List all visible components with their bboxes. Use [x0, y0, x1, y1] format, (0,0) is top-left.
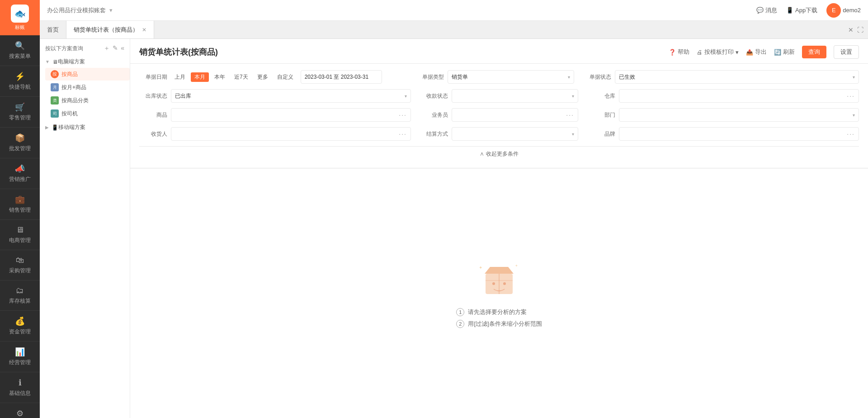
edit-scheme-button[interactable]: ✎ [113, 44, 118, 52]
by-goods-label: 按商品 [61, 71, 78, 78]
pc-group-icon: 🖥 [52, 59, 58, 65]
refresh-button[interactable]: 🔄 刷新 [774, 48, 795, 56]
user-initial: E [832, 7, 836, 14]
query-button[interactable]: 查询 [802, 46, 826, 58]
staff-field[interactable]: ··· [452, 108, 578, 122]
recv-field[interactable]: ▾ [452, 89, 578, 103]
tab-home[interactable]: 首页 [40, 21, 66, 38]
step-2-num: 2 [456, 320, 464, 328]
sidebar-item-retail[interactable]: 🛒 零售管理 [0, 97, 40, 128]
retail-icon: 🛒 [15, 102, 25, 112]
date-btn-custom[interactable]: 自定义 [274, 72, 297, 82]
step-2-text: 用[过滤]条件来缩小分析范围 [468, 320, 542, 328]
collapse-panel-button[interactable]: « [121, 44, 124, 52]
out-label: 出库状态 [139, 92, 171, 100]
goods-dots: ··· [399, 111, 407, 119]
mobile-group-icon: 📱 [52, 124, 58, 131]
sidebar-item-label: 基础信息 [9, 390, 31, 397]
mobile-toggle-icon: ▶ [45, 125, 49, 130]
sidebar-logo[interactable]: 🐟 标账 [0, 0, 40, 35]
sidebar-item-inventory[interactable]: 🗂 库存核算 [0, 280, 40, 311]
type-field[interactable]: 销货单 ▾ [448, 70, 574, 84]
filter-row-3: 商品 ··· 业务员 ··· 部门 ▾ [139, 108, 859, 122]
collapse-label: ∧ 收起更多条件 [480, 150, 518, 158]
sidebar-item-sales[interactable]: 💼 销售管理 [0, 189, 40, 220]
tab-maximize-button[interactable]: ⛶ [857, 26, 863, 33]
by-goods-icon: 按 [51, 70, 59, 78]
staff-label: 业务员 [420, 111, 452, 119]
out-field[interactable]: 已出库 ▾ [171, 89, 411, 103]
sidebar-item-purchase[interactable]: 🛍 采购管理 [0, 250, 40, 280]
sidebar-item-shortcut[interactable]: ⚡ 快捷导航 [0, 66, 40, 97]
svg-point-4 [492, 282, 495, 285]
main-area: 办公用品行业模拟账套 ▾ 💬 消息 📱 App下载 E demo2 首页 [40, 0, 868, 418]
wholesale-icon: 📦 [15, 133, 25, 143]
message-button[interactable]: 💬 消息 [756, 6, 777, 14]
date-btn-thisyear[interactable]: 本年 [211, 72, 229, 82]
tree-group-mobile-header[interactable]: ▶ 📱 移动端方案 [40, 122, 130, 133]
message-icon: 💬 [756, 7, 764, 14]
sidebar-item-label: 电商管理 [9, 237, 31, 244]
sidebar: 🐟 标账 🔍 搜索菜单 ⚡ 快捷导航 🛒 零售管理 📦 批发管理 📣 营销推广 … [0, 0, 40, 418]
print-button[interactable]: 🖨 按模板打印 ▾ [697, 48, 739, 56]
sidebar-item-basic[interactable]: ℹ 基础信息 [0, 372, 40, 403]
warehouse-field[interactable]: ··· [619, 89, 859, 103]
settle-field[interactable]: ▾ [452, 127, 578, 141]
export-button[interactable]: 📤 导出 [746, 48, 767, 56]
sidebar-item-search[interactable]: 🔍 搜索菜单 [0, 35, 40, 66]
date-range-input[interactable]: 2023-03-01 至 2023-03-31 [301, 70, 382, 84]
query-label: 查询 [808, 48, 820, 56]
date-btn-7days[interactable]: 近7天 [231, 72, 252, 82]
sidebar-item-system[interactable]: ⚙ 系统管理 [0, 403, 40, 418]
collapse-conditions-button[interactable]: ∧ 收起更多条件 [139, 146, 859, 162]
right-panel: 销货单统计表(按商品) ❓ 帮助 🖨 按模板打印 ▾ 📤 导出 [130, 39, 868, 418]
scheme-by-month-goods[interactable]: 月 按月+商品 [45, 81, 130, 94]
date-btn-lastmonth[interactable]: 上月 [171, 72, 189, 82]
dept-field[interactable]: ▾ [619, 108, 859, 122]
tab-close-all-button[interactable]: ✕ [848, 26, 854, 33]
recipient-field[interactable]: ··· [171, 127, 411, 141]
add-scheme-button[interactable]: ＋ [104, 44, 110, 52]
tab-close-button[interactable]: ✕ [142, 27, 146, 33]
tab-sales-stat[interactable]: 销货单统计表（按商品） ✕ [66, 21, 154, 38]
print-label: 按模板打印 [704, 48, 734, 56]
user-menu[interactable]: E demo2 [826, 3, 861, 18]
panel-header-label: 按以下方案查询 [45, 45, 83, 52]
app-download-button[interactable]: 📱 App下载 [786, 6, 817, 14]
sidebar-item-label: 经营管理 [9, 359, 31, 366]
warehouse-dots: ··· [847, 92, 855, 100]
help-button[interactable]: ❓ 帮助 [669, 48, 689, 56]
pc-children: 按 按商品 月 按月+商品 类 按商品分类 司 按司机 [40, 68, 130, 120]
sidebar-item-label: 库存核算 [9, 297, 31, 305]
sidebar-item-label: 批发管理 [9, 145, 31, 152]
filter-row-4: 收货人 ··· 结算方式 ▾ 品牌 ··· [139, 127, 859, 141]
pc-toggle-icon: ▼ [45, 59, 50, 64]
scheme-by-goods[interactable]: 按 按商品 [45, 68, 130, 81]
logo-text: 标账 [15, 24, 25, 31]
date-btn-more[interactable]: 更多 [254, 72, 272, 82]
sidebar-item-finance[interactable]: 💰 资金管理 [0, 311, 40, 342]
status-field[interactable]: 已生效 ▾ [615, 70, 859, 84]
scheme-by-category[interactable]: 类 按商品分类 [45, 94, 130, 107]
tree-group-pc-header[interactable]: ▼ 🖥 电脑端方案 [40, 56, 130, 67]
industry-caret[interactable]: ▾ [109, 7, 113, 14]
date-btn-thismonth[interactable]: 本月 [191, 72, 209, 82]
page-actions: ❓ 帮助 🖨 按模板打印 ▾ 📤 导出 🔄 刷新 [669, 45, 859, 59]
recv-label: 收款状态 [420, 92, 452, 100]
sidebar-item-ecom[interactable]: 🖥 电商管理 [0, 220, 40, 250]
staff-dots: ··· [566, 111, 574, 119]
tree-group-pc: ▼ 🖥 电脑端方案 按 按商品 月 按月+商品 类 按商品分类 [40, 56, 130, 120]
svg-text:✦: ✦ [515, 264, 518, 268]
sidebar-item-wholesale[interactable]: 📦 批发管理 [0, 128, 40, 158]
scheme-by-driver[interactable]: 司 按司机 [45, 107, 130, 120]
goods-field[interactable]: ··· [171, 108, 411, 122]
logo-icon: 🐟 [11, 5, 29, 23]
top-header-right: 💬 消息 📱 App下载 E demo2 [756, 3, 861, 18]
settle-label: 结算方式 [420, 130, 452, 138]
download-icon: 📱 [786, 7, 793, 14]
out-value: 已出库 [175, 92, 405, 100]
brand-field[interactable]: ··· [619, 127, 859, 141]
sidebar-item-marketing[interactable]: 📣 营销推广 [0, 158, 40, 189]
settings-button[interactable]: 设置 [834, 45, 859, 59]
sidebar-item-operations[interactable]: 📊 经营管理 [0, 342, 40, 372]
